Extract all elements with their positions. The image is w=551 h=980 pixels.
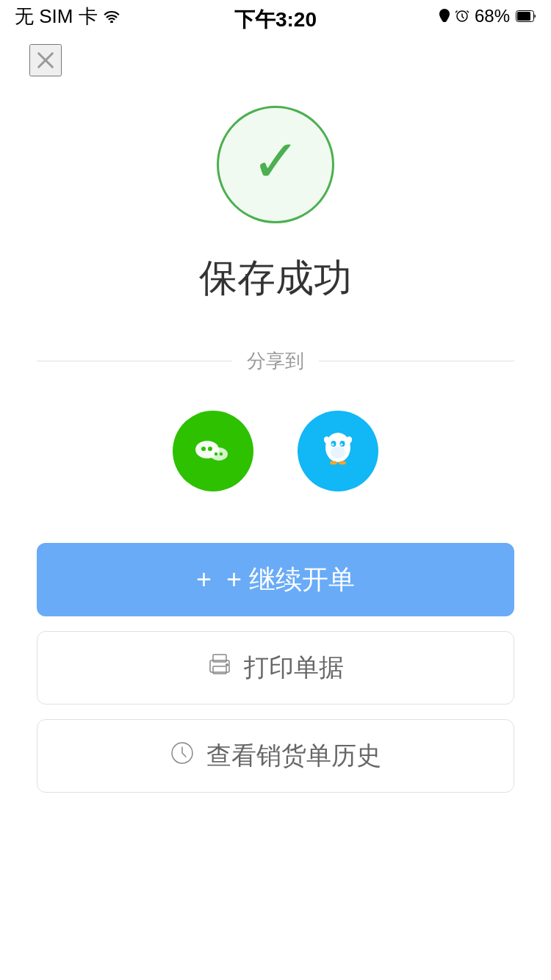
print-button[interactable]: 打印单据 [37,631,514,705]
wechat-icon [191,429,235,473]
svg-rect-2 [517,12,530,21]
svg-point-8 [210,447,228,461]
checkmark-icon: ✓ [251,132,300,191]
print-label: 打印单据 [244,651,344,685]
action-buttons: + + 继续开单 打印单据 查看销货单历 [37,543,514,793]
status-left: 无 SIM 卡 [15,4,120,29]
share-section: 分享到 [0,348,551,543]
battery-icon [516,6,536,26]
alarm-icon [455,6,469,26]
svg-point-14 [332,444,334,446]
svg-point-17 [331,447,345,458]
svg-point-6 [201,447,206,451]
status-bar: 无 SIM 卡 下午3:20 68% [0,0,551,32]
share-icons [37,411,514,491]
plus-icon: + [196,564,212,595]
share-divider: 分享到 [37,348,514,374]
share-label: 分享到 [232,348,319,374]
history-icon [170,741,195,771]
sim-label: 无 SIM 卡 [15,4,98,29]
qq-share-button[interactable] [298,411,378,491]
svg-point-19 [339,461,346,465]
continue-button[interactable]: + + 继续开单 [37,543,514,616]
battery-percentage: 68% [475,6,510,26]
qq-icon [317,428,359,474]
status-right: 68% [439,6,536,26]
svg-point-25 [226,663,228,666]
svg-point-9 [215,453,217,455]
svg-point-18 [330,461,337,465]
continue-label: + 继续开单 [226,562,355,598]
success-circle: ✓ [217,106,334,223]
print-icon [207,653,232,682]
success-title: 保存成功 [199,253,352,304]
svg-point-10 [220,453,223,455]
history-button[interactable]: 查看销货单历史 [37,719,514,793]
close-button[interactable] [29,44,62,76]
wifi-icon [104,5,120,28]
wechat-share-button[interactable] [173,411,253,491]
svg-point-15 [341,444,343,446]
status-time: 下午3:20 [234,6,317,34]
history-label: 查看销货单历史 [206,739,381,773]
location-icon [439,6,450,26]
main-content: ✓ 保存成功 分享到 [0,32,551,793]
